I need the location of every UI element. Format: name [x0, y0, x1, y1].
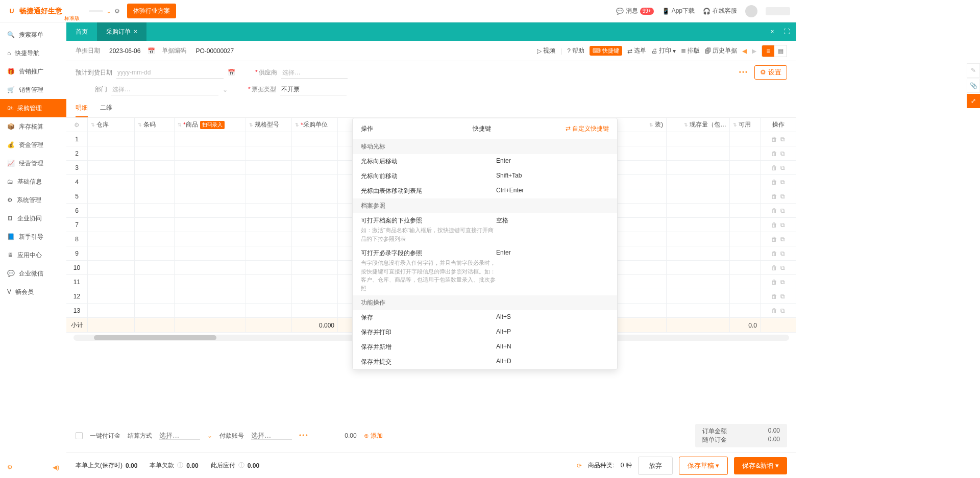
- close-icon[interactable]: ×: [134, 28, 137, 35]
- history-button[interactable]: 🗐 历史单据: [705, 46, 737, 55]
- chevron-down-icon[interactable]: ⌄: [207, 432, 212, 439]
- sidebar-item-member[interactable]: V畅会员: [0, 283, 66, 301]
- tab-home[interactable]: 首页: [66, 22, 97, 41]
- app-download[interactable]: 📱 App下载: [662, 7, 695, 15]
- copy-row-icon[interactable]: ⧉: [780, 279, 785, 286]
- settle-input[interactable]: [159, 432, 200, 440]
- card-view-icon[interactable]: ▦: [774, 45, 787, 57]
- copy-row-icon[interactable]: ⧉: [780, 164, 785, 171]
- delete-row-icon[interactable]: 🗑: [771, 250, 777, 257]
- copy-row-icon[interactable]: ⧉: [780, 293, 785, 300]
- layout-button[interactable]: ≣ 排版: [681, 46, 700, 55]
- trial-button[interactable]: 体验行业方案: [127, 4, 176, 18]
- sidebar-item-wechat[interactable]: 💬企业微信: [0, 264, 66, 283]
- copy-row-icon[interactable]: ⧉: [780, 250, 785, 257]
- settings-icon[interactable]: ⚙: [7, 464, 13, 471]
- col-barcode[interactable]: 条码: [143, 120, 156, 129]
- delete-row-icon[interactable]: 🗑: [771, 136, 777, 143]
- delete-row-icon[interactable]: 🗑: [771, 264, 777, 271]
- messages-button[interactable]: 💬 消息 99+: [616, 7, 654, 15]
- user-name[interactable]: [766, 7, 790, 15]
- dock-expand-icon[interactable]: ⤢: [967, 94, 980, 108]
- avatar[interactable]: [745, 5, 757, 17]
- dock-note-icon[interactable]: ✎: [967, 63, 980, 78]
- info-icon[interactable]: ⓘ: [238, 461, 244, 470]
- more-icon[interactable]: •••: [739, 69, 749, 76]
- sidebar-item-search[interactable]: 🔍搜索菜单: [0, 26, 66, 44]
- col-avail[interactable]: 可用: [739, 120, 751, 129]
- delete-row-icon[interactable]: 🗑: [771, 179, 777, 186]
- col-product[interactable]: 商品: [186, 120, 198, 129]
- subtab-two[interactable]: 二维: [100, 99, 112, 117]
- tab-close-all-icon[interactable]: ×: [767, 26, 778, 37]
- sidebar-item-apps[interactable]: 🖥应用中心: [0, 246, 66, 264]
- gear-icon[interactable]: ⚙: [114, 8, 120, 15]
- save-draft-button[interactable]: 保存草稿 ▾: [679, 457, 728, 475]
- bill-date-value[interactable]: 2023-06-06: [109, 47, 140, 55]
- shortcut-button[interactable]: ⌨ 快捷键: [590, 46, 622, 56]
- subtab-detail[interactable]: 明细: [76, 99, 88, 117]
- col-warehouse[interactable]: 仓库: [96, 120, 109, 129]
- delete-row-icon[interactable]: 🗑: [771, 293, 777, 300]
- sidebar-item-operation[interactable]: 📈经营管理: [0, 154, 66, 172]
- video-button[interactable]: ▷ 视频: [537, 46, 555, 55]
- acct-input[interactable]: [251, 432, 292, 440]
- tab-purchase-order[interactable]: 采购订单 ×: [97, 22, 146, 41]
- col-unit[interactable]: 采购单位: [303, 120, 328, 129]
- copy-row-icon[interactable]: ⧉: [780, 307, 785, 314]
- fullscreen-icon[interactable]: ⛶: [781, 26, 792, 37]
- calendar-icon[interactable]: 📅: [228, 69, 235, 76]
- copy-row-icon[interactable]: ⧉: [780, 193, 785, 200]
- delete-row-icon[interactable]: 🗑: [771, 150, 777, 157]
- more-icon[interactable]: •••: [299, 432, 309, 439]
- dept-input[interactable]: [111, 84, 218, 95]
- delete-row-icon[interactable]: 🗑: [771, 279, 777, 286]
- scan-entry[interactable]: 扫码录入: [200, 121, 225, 129]
- calendar-icon[interactable]: 📅: [148, 47, 155, 55]
- sidebar-item-system[interactable]: ⚙系统管理: [0, 191, 66, 209]
- copy-row-icon[interactable]: ⧉: [780, 236, 785, 243]
- arrive-date-input[interactable]: [116, 67, 224, 79]
- copy-row-icon[interactable]: ⧉: [780, 179, 785, 186]
- collapse-icon[interactable]: ◀): [53, 464, 59, 471]
- copy-row-icon[interactable]: ⧉: [780, 150, 785, 157]
- save-new-button[interactable]: 保存&新增 ▾: [734, 457, 787, 474]
- view-switch[interactable]: ≡▦: [762, 45, 787, 57]
- col-pack[interactable]: 装): [655, 120, 663, 129]
- sidebar-item-marketing[interactable]: 🎁营销推广: [0, 62, 66, 81]
- print-button[interactable]: 🖨 打印 ▾: [651, 46, 676, 55]
- sidebar-item-basic[interactable]: 🗂基础信息: [0, 172, 66, 191]
- support-button[interactable]: 🎧 在线客服: [703, 7, 737, 15]
- delete-row-icon[interactable]: 🗑: [771, 207, 777, 214]
- customize-shortcut-link[interactable]: ⇄ 自定义快捷键: [566, 124, 609, 133]
- col-sku[interactable]: 规格型号: [255, 120, 279, 129]
- copy-row-icon[interactable]: ⧉: [780, 207, 785, 214]
- settings-button[interactable]: ⚙ 设置: [754, 65, 787, 80]
- copy-row-icon[interactable]: ⧉: [780, 264, 785, 271]
- copy-row-icon[interactable]: ⧉: [780, 221, 785, 229]
- list-view-icon[interactable]: ≡: [762, 45, 774, 57]
- dock-attach-icon[interactable]: 📎: [967, 79, 980, 93]
- sidebar-item-stock[interactable]: 📦库存核算: [0, 117, 66, 136]
- refresh-icon[interactable]: ⟳: [577, 462, 582, 469]
- delete-row-icon[interactable]: 🗑: [771, 221, 777, 229]
- help-button[interactable]: ? 帮助: [567, 46, 584, 55]
- ticket-input[interactable]: [280, 84, 347, 95]
- sidebar-item-collab[interactable]: 🗓企业协同: [0, 209, 66, 228]
- scrollbar-thumb[interactable]: [94, 335, 216, 340]
- delete-row-icon[interactable]: 🗑: [771, 164, 777, 171]
- add-pay-button[interactable]: ⊕ 添加: [364, 432, 383, 440]
- gear-icon[interactable]: ⚙: [74, 121, 80, 129]
- discard-button[interactable]: 放弃: [638, 457, 673, 475]
- sidebar-item-purchase[interactable]: 🛍采购管理: [0, 99, 66, 117]
- next-icon[interactable]: ▶: [752, 47, 756, 55]
- sidebar-item-finance[interactable]: 💰资金管理: [0, 136, 66, 154]
- copy-row-icon[interactable]: ⧉: [780, 136, 785, 143]
- supplier-input[interactable]: [281, 67, 348, 79]
- info-icon[interactable]: ⓘ: [177, 461, 183, 470]
- delete-row-icon[interactable]: 🗑: [771, 236, 777, 243]
- org-selector[interactable]: ⌄ ⚙: [89, 8, 120, 15]
- sidebar-item-shortcut[interactable]: ⌂快捷导航: [0, 44, 66, 62]
- sidebar-item-sales[interactable]: 🛒销售管理: [0, 81, 66, 99]
- delete-row-icon[interactable]: 🗑: [771, 307, 777, 314]
